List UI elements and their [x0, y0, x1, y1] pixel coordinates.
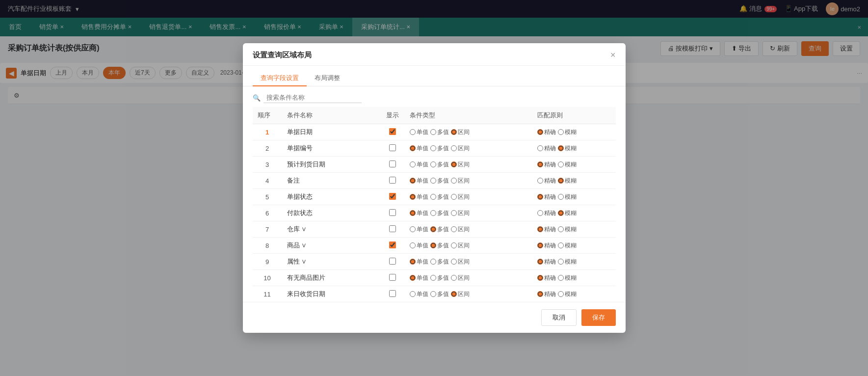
modal-search-area: 🔍 [243, 86, 626, 104]
modal-close-button[interactable]: × [610, 50, 616, 60]
search-input[interactable] [263, 92, 362, 103]
modal-title: 设置查询区域布局 [253, 51, 312, 60]
modal-tabs: 查询字段设置 布局调整 [243, 66, 626, 86]
modal-overlay: 设置查询区域布局 × 查询字段设置 布局调整 🔍 顺序 条件名称 显示 条件类型 [0, 0, 868, 104]
tab-layout[interactable]: 布局调整 [307, 71, 348, 86]
search-icon: 🔍 [253, 94, 261, 102]
tab-query-fields[interactable]: 查询字段设置 [253, 71, 307, 86]
settings-modal: 设置查询区域布局 × 查询字段设置 布局调整 🔍 顺序 条件名称 显示 条件类型 [243, 43, 626, 104]
modal-header: 设置查询区域布局 × [243, 43, 626, 66]
